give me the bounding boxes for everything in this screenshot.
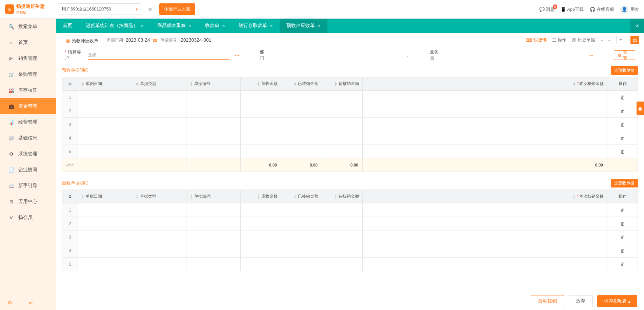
sidebar-item-2[interactable]: 🛍销售管理 xyxy=(0,50,56,66)
col-bill-no[interactable]: ▲▼单据编号 xyxy=(186,77,241,91)
customer-more-icon[interactable]: ⋯ xyxy=(235,53,239,58)
sidebar-item-6[interactable]: 📊经营管理 xyxy=(0,114,56,130)
online-service-button[interactable]: 🎧 在线客服 xyxy=(590,6,614,13)
discard-button[interactable]: 放弃 xyxy=(569,295,592,307)
col-towrite-amt[interactable]: ▲▼待核销金额 xyxy=(322,77,363,91)
table-row[interactable]: 3🗑 xyxy=(62,230,638,244)
table-row[interactable]: 5🗑 xyxy=(62,258,638,271)
sidebar-item-4[interactable]: 🏭库存核算 xyxy=(0,82,56,98)
table-row[interactable]: 3🗑 xyxy=(62,118,638,131)
prev-doc-icon[interactable]: ◂ xyxy=(601,38,603,43)
next-doc-icon[interactable]: ▸ xyxy=(608,38,611,43)
sidebar-collapse-icon[interactable]: ⇤ xyxy=(29,300,34,306)
sidebar-item-9[interactable]: 📄企业协同 xyxy=(0,162,56,178)
col-bill-date[interactable]: ▲▼单据日期 xyxy=(78,190,132,203)
messages-button[interactable]: 💬 消息 5 xyxy=(539,6,555,13)
col-config-icon[interactable]: ⚙ xyxy=(62,77,78,91)
auto-writeoff-button[interactable]: 自动核销 xyxy=(531,295,564,307)
action-footer: 自动核销 放弃 保存&新增 ▴ xyxy=(56,292,644,310)
avatar-icon: 👤 xyxy=(620,5,628,14)
row-delete-icon[interactable]: 🗑 xyxy=(607,145,638,158)
tab-1[interactable]: 进货单统计表（按商品）✕ xyxy=(79,19,150,33)
org-settings-icon[interactable]: ⚙ xyxy=(145,4,155,14)
row-delete-icon[interactable]: 🗑 xyxy=(607,203,638,217)
customer-input[interactable] xyxy=(88,51,229,60)
message-badge: 5 xyxy=(553,4,558,9)
content-pane: 预收单据明细 选预收单据 ⚙ ▲▼单据日期 ▲▼单据类型 ▲▼单据编号 ▲▼预收… xyxy=(56,64,644,292)
row-delete-icon[interactable]: 🗑 xyxy=(607,104,638,118)
row-delete-icon[interactable]: 🗑 xyxy=(607,258,638,271)
tabs-close-all-icon[interactable]: ✕ xyxy=(630,19,644,33)
app-download-button[interactable]: 📱 App下载 xyxy=(561,6,584,13)
settings-button[interactable]: ⚙ 设置 xyxy=(614,50,635,60)
col-bill-code[interactable]: ▲▼单据编码 xyxy=(186,190,241,203)
view-list-icon[interactable]: ≡ xyxy=(616,36,625,44)
sidebar-item-7[interactable]: 📰基础信息 xyxy=(0,130,56,146)
operations-button[interactable]: ☰操作 xyxy=(552,37,566,43)
sidebar-item-8[interactable]: ⚙系统管理 xyxy=(0,146,56,162)
tab-close-icon[interactable]: ✕ xyxy=(141,24,144,28)
col-this-write-amt[interactable]: ▲▼*本次核销金额 xyxy=(363,77,607,91)
sidebar-item-3[interactable]: 🛒采购管理 xyxy=(0,66,56,82)
col-recv-amt[interactable]: ▲▼应收金额 xyxy=(241,190,281,203)
tab-close-icon[interactable]: ✕ xyxy=(318,24,321,28)
tab-2[interactable]: 商品成本重算✕ xyxy=(150,19,198,33)
tab-close-icon[interactable]: ✕ xyxy=(222,24,225,28)
right-drawer-toggle[interactable]: ▣ xyxy=(637,102,644,115)
tab-3[interactable]: 收款单✕ xyxy=(198,19,232,33)
sidebar-item-0[interactable]: 🔍搜索菜单 xyxy=(0,19,56,35)
col-written-amt[interactable]: ▲▼已核销金额 xyxy=(281,77,322,91)
tab-4[interactable]: 银行存取款单✕ xyxy=(232,19,280,33)
col-bill-type[interactable]: ▲▼单据类型 xyxy=(132,190,186,203)
sidebar-item-11[interactable]: 🗓应用中心 xyxy=(0,194,56,209)
tab-0[interactable]: 首页 xyxy=(56,19,79,33)
save-and-new-button[interactable]: 保存&新增 ▴ xyxy=(597,295,637,307)
select-recv-button[interactable]: 选应收单据 xyxy=(611,179,638,187)
customer-field[interactable]: *结算客户 ⋯ xyxy=(65,49,239,61)
table-row[interactable]: 1🗑 xyxy=(62,91,638,104)
history-button[interactable]: 🗐历史单据 xyxy=(572,37,595,43)
table-row[interactable]: 1🗑 xyxy=(62,203,638,217)
col-this-write-amt[interactable]: ▲▼*本次核销金额 xyxy=(363,190,607,203)
tab-5[interactable]: 预收冲应收单✕ xyxy=(280,19,327,33)
sales-more-icon[interactable]: ⋯ xyxy=(589,53,593,58)
col-bill-date[interactable]: ▲▼单据日期 xyxy=(78,77,132,91)
tab-close-icon[interactable]: ✕ xyxy=(270,24,273,28)
sidebar-settings-icon[interactable]: ⚙ xyxy=(7,300,12,306)
table-row[interactable]: 5🗑 xyxy=(62,145,638,158)
sidebar-item-12[interactable]: V畅会员 xyxy=(0,209,56,225)
row-delete-icon[interactable]: 🗑 xyxy=(607,131,638,145)
col-written-amt[interactable]: ▲▼已核销金额 xyxy=(281,190,322,203)
sidebar-item-10[interactable]: 📖新手引导 xyxy=(0,178,56,194)
table-row[interactable]: 4🗑 xyxy=(62,244,638,258)
select-prepay-button[interactable]: 选预收单据 xyxy=(611,66,638,75)
table-row[interactable]: 2🗑 xyxy=(62,217,638,230)
row-delete-icon[interactable]: 🗑 xyxy=(607,91,638,104)
view-detail-icon[interactable]: ▤ xyxy=(630,36,639,44)
row-delete-icon[interactable]: 🗑 xyxy=(607,217,638,230)
experience-plan-button[interactable]: 体验行业方案 xyxy=(159,3,195,15)
sales-field[interactable]: 业务员 ⋯ xyxy=(430,49,594,61)
table-row[interactable]: 2🗑 xyxy=(62,104,638,118)
user-menu[interactable]: 👤 用友 xyxy=(620,5,639,14)
sidebar-item-5[interactable]: 💼资金管理 xyxy=(0,98,56,114)
shortcut-button[interactable]: ⌨快捷键 xyxy=(526,37,547,43)
row-delete-icon[interactable]: 🗑 xyxy=(607,230,638,244)
dept-input[interactable] xyxy=(271,51,410,60)
org-select[interactable]: 用户690企业1660120750 ▾ xyxy=(58,3,141,15)
doc-date-field[interactable]: 单据日期 2023-03-24 ▦ xyxy=(107,34,157,46)
col-towrite-amt[interactable]: ▲▼待核销金额 xyxy=(322,190,363,203)
sidebar-item-icon: 📄 xyxy=(8,167,14,173)
chevron-down-icon[interactable]: ⌄ xyxy=(406,53,409,58)
dept-field[interactable]: 部门 ⌄ xyxy=(260,49,409,61)
row-delete-icon[interactable]: 🗑 xyxy=(607,118,638,131)
sidebar-item-1[interactable]: ⌂首页 xyxy=(0,35,56,50)
sales-input[interactable] xyxy=(446,51,584,60)
col-prepay-amt[interactable]: ▲▼预收金额 xyxy=(241,77,281,91)
table-row[interactable]: 4🗑 xyxy=(62,131,638,145)
tab-close-icon[interactable]: ✕ xyxy=(188,24,192,28)
sidebar-item-label: 资金管理 xyxy=(18,103,37,109)
col-bill-type[interactable]: ▲▼单据类型 xyxy=(132,77,186,91)
row-delete-icon[interactable]: 🗑 xyxy=(607,244,638,258)
col-config-icon[interactable]: ⚙ xyxy=(62,190,78,203)
